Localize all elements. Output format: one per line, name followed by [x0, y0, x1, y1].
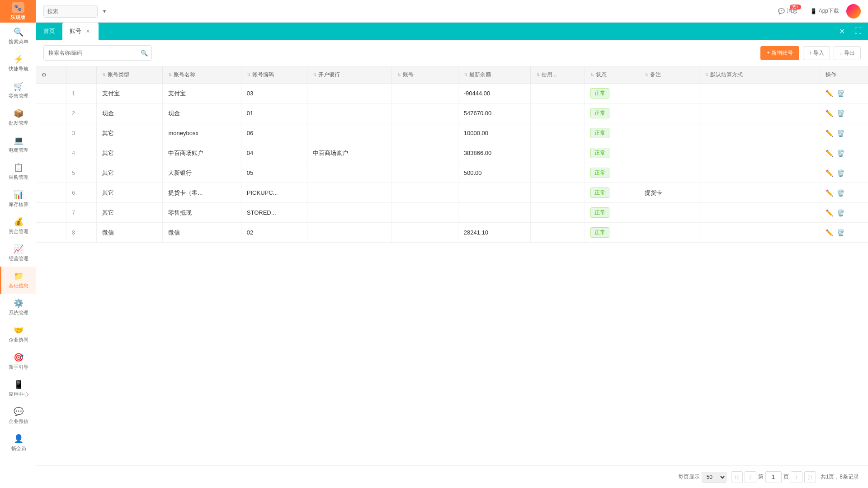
- sidebar-item-retail[interactable]: 🛒 零售管理: [0, 77, 36, 104]
- tab-home[interactable]: 首页: [36, 23, 62, 40]
- basic-info-icon: 📁: [14, 271, 24, 281]
- page-input[interactable]: [765, 471, 782, 483]
- row-bank-cell: [307, 163, 392, 183]
- sidebar-item-corp-agreement[interactable]: 🤝 企业协同: [0, 321, 36, 348]
- tab-account[interactable]: 账号 ✕: [62, 23, 99, 40]
- delete-icon[interactable]: 🗑️: [837, 130, 844, 137]
- sidebar-item-corp-agreement-label: 企业协同: [9, 337, 28, 343]
- app-center-icon: 📱: [14, 380, 24, 389]
- add-account-button[interactable]: + 新增账号: [760, 46, 799, 60]
- edit-icon[interactable]: ✏️: [826, 229, 833, 236]
- sidebar-item-wholesale[interactable]: 📦 批发管理: [0, 104, 36, 131]
- row-balance-cell: -90444.00: [458, 84, 530, 103]
- row-balance-cell: [458, 183, 530, 203]
- sidebar-item-purchase[interactable]: 📋 采购管理: [0, 158, 36, 185]
- sidebar-item-search[interactable]: 🔍 搜索菜单: [0, 23, 36, 50]
- col-balance-header[interactable]: ⇅ 最新余额: [458, 66, 530, 84]
- delete-icon[interactable]: 🗑️: [837, 209, 844, 216]
- topbar-search-input[interactable]: [43, 5, 98, 18]
- delete-icon[interactable]: 🗑️: [837, 229, 844, 236]
- search-button[interactable]: 🔍: [137, 46, 151, 60]
- col-bank-header[interactable]: ⇅ 开户银行: [307, 66, 392, 84]
- edit-icon[interactable]: ✏️: [826, 150, 833, 157]
- row-index-cell: 4: [66, 143, 97, 163]
- row-bank-cell: [307, 183, 392, 203]
- col-name-header[interactable]: ⇅ 账号名称: [163, 66, 241, 84]
- tab-close-all-icon[interactable]: ✕: [835, 25, 848, 38]
- row-code-cell: 01: [241, 103, 307, 123]
- table-row: 3 其它 moneybosx 06 10000.00 正常 ✏️ 🗑️: [36, 123, 868, 143]
- sidebar-item-operations[interactable]: 📈 经营管理: [0, 239, 36, 267]
- edit-icon[interactable]: ✏️: [826, 90, 833, 97]
- export-button[interactable]: ↓ 导出: [834, 46, 861, 60]
- delete-icon[interactable]: 🗑️: [837, 150, 844, 157]
- row-balance-cell: [458, 203, 530, 223]
- sidebar-item-corp-wechat[interactable]: 💬 企业微信: [0, 402, 36, 429]
- delete-icon[interactable]: 🗑️: [837, 90, 844, 97]
- status-badge: 正常: [590, 207, 609, 218]
- delete-icon[interactable]: 🗑️: [837, 189, 844, 197]
- edit-icon[interactable]: ✏️: [826, 169, 833, 177]
- edit-icon[interactable]: ✏️: [826, 189, 833, 197]
- delete-icon[interactable]: 🗑️: [837, 110, 844, 117]
- col-note-header[interactable]: ⇅ 备注: [639, 66, 699, 84]
- row-account-cell: [392, 223, 458, 243]
- main-area: ▾ 💬 消息 99+ 📱 App下载 首页 账号 ✕ ✕ ⛶: [36, 0, 868, 488]
- table-row: 8 微信 微信 02 28241.10 正常 ✏️ 🗑️: [36, 223, 868, 243]
- row-settings-cell: [36, 103, 66, 123]
- user-avatar[interactable]: [846, 4, 861, 19]
- col-code-header[interactable]: ⇅ 账号编码: [241, 66, 307, 84]
- tab-maximize-icon[interactable]: ⛶: [852, 25, 864, 38]
- row-balance-cell: 547670.00: [458, 103, 530, 123]
- table-row: 1 支付宝 支付宝 03 -90444.00 正常 ✏️ 🗑️: [36, 84, 868, 103]
- notifications-button[interactable]: 💬 消息 99+: [778, 7, 797, 15]
- sidebar-item-members[interactable]: 👤 畅会员: [0, 429, 36, 456]
- col-status-header[interactable]: ⇅ 状态: [585, 66, 639, 84]
- col-use-header[interactable]: ⇅ 使用...: [530, 66, 585, 84]
- next-page-button[interactable]: ⟩: [791, 471, 802, 483]
- col-type-header[interactable]: ⇅ 账号类型: [96, 66, 163, 84]
- last-page-button[interactable]: ⟩⟩: [804, 471, 816, 483]
- edit-icon[interactable]: ✏️: [826, 209, 833, 216]
- sidebar-item-system[interactable]: ⚙️ 系统管理: [0, 294, 36, 321]
- col-note-label: 备注: [650, 71, 661, 79]
- first-page-button[interactable]: ⟨⟨: [731, 471, 743, 483]
- edit-icon[interactable]: ✏️: [826, 110, 833, 117]
- row-account-cell: [392, 203, 458, 223]
- row-payment-cell: [699, 103, 820, 123]
- app-download-button[interactable]: 📱 App下载: [810, 7, 839, 15]
- sidebar-item-ecommerce[interactable]: 💻 电商管理: [0, 131, 36, 158]
- col-name-label: 账号名称: [174, 71, 195, 79]
- page-size-dropdown[interactable]: 50 10 20 100: [702, 472, 726, 483]
- col-payment-header[interactable]: ⇅ 默认结算方式: [699, 66, 820, 84]
- row-settings-cell: [36, 143, 66, 163]
- sidebar-item-quick-nav[interactable]: ⚡ 快捷导航: [0, 50, 36, 77]
- tabbar-actions: ✕ ⛶: [835, 25, 868, 38]
- sidebar-item-inventory[interactable]: 📊 库存核算: [0, 185, 36, 212]
- delete-icon[interactable]: 🗑️: [837, 169, 844, 177]
- prev-page-button[interactable]: ⟨: [745, 471, 756, 483]
- import-button[interactable]: ↑ 导入: [803, 46, 830, 60]
- col-settings-header[interactable]: ⚙: [36, 66, 66, 84]
- sidebar-item-ecommerce-label: 电商管理: [9, 147, 28, 154]
- sidebar-item-capital[interactable]: 💰 资金管理: [0, 212, 36, 239]
- topbar-dropdown[interactable]: ▾: [103, 8, 106, 14]
- row-account-cell: [392, 143, 458, 163]
- row-name-cell: 零售抵现: [163, 203, 241, 223]
- row-balance-cell: 500.00: [458, 163, 530, 183]
- row-action-cell: ✏️ 🗑️: [820, 143, 868, 163]
- sort-icon: ⇅: [645, 72, 648, 77]
- row-code-cell: 04: [241, 143, 307, 163]
- sidebar-item-guide[interactable]: 🎯 新手引导: [0, 348, 36, 375]
- edit-icon[interactable]: ✏️: [826, 130, 833, 137]
- sidebar-item-basic-info[interactable]: 📁 基础信息: [0, 267, 36, 294]
- sidebar-item-corp-wechat-label: 企业微信: [9, 418, 28, 425]
- search-input[interactable]: [44, 47, 137, 59]
- tab-home-label: 首页: [43, 27, 55, 35]
- sidebar-item-app-center[interactable]: 📱 应用中心: [0, 375, 36, 402]
- row-bank-cell: [307, 103, 392, 123]
- row-index-cell: 6: [66, 183, 97, 203]
- row-status-cell: 正常: [585, 84, 639, 103]
- col-account-header[interactable]: ⇅ 账号: [392, 66, 458, 84]
- tab-account-close[interactable]: ✕: [84, 28, 91, 35]
